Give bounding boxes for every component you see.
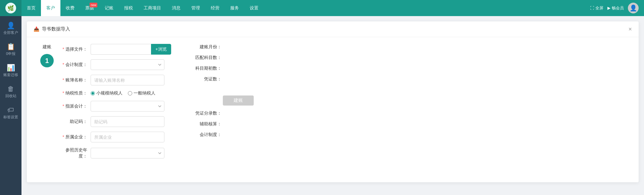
fullscreen-button[interactable]: ⛶ 全屏 — [590, 5, 603, 11]
sidebar-label-tag-settings: 标签设置 — [3, 115, 18, 120]
nav-item-services[interactable]: 服务 — [225, 0, 244, 16]
nav-item-invoices[interactable]: 票据new — [80, 0, 99, 16]
tax-type-group: 小规模纳税人 一般纳税人 — [91, 90, 155, 96]
general-taxpayer-radio[interactable] — [128, 91, 132, 95]
browse-button[interactable]: +浏览 — [151, 44, 171, 55]
video-icon: ▶ — [607, 6, 610, 10]
memo-code-input[interactable] — [91, 116, 164, 127]
declaration-icon: 📋 — [7, 43, 15, 50]
voucher-entries-label: 凭证分录数： — [191, 110, 221, 116]
reference-year-label: 参照历史年度： — [60, 147, 87, 159]
accounting-system-select[interactable] — [91, 59, 164, 70]
panel-header: 📥 导爷数据导入 × — [27, 21, 639, 37]
match-accounts-label: 匹配科目数： — [191, 55, 221, 61]
tax-type-row: 纳税性质： 小规模纳税人 一般纳税人 — [60, 90, 171, 96]
accounting-system-right-row: 会计制度： — [191, 132, 285, 138]
top-nav: 🌿 首页客户收费票据new记账报税工商项目消息管理经营服务设置 ⛶ 全屏 ▶ 畅… — [0, 0, 644, 16]
build-month-label: 建账月份： — [191, 44, 221, 50]
avatar[interactable]: 👤 — [628, 3, 639, 13]
nav-item-clients[interactable]: 客户 — [41, 0, 60, 16]
sidebar-item-all-clients[interactable]: 👤全部客户 — [0, 19, 21, 39]
logo: 🌿 — [0, 0, 21, 16]
import-panel: 📥 导爷数据导入 × 建账 1 选择文件： — [27, 21, 639, 182]
file-input[interactable] — [91, 44, 151, 55]
nav-item-tax[interactable]: 报税 — [119, 0, 138, 16]
ledger-name-input[interactable] — [91, 75, 164, 85]
sidebar-label-all-clients: 全部客户 — [3, 30, 18, 35]
step-label: 建账 — [43, 44, 51, 50]
file-label: 选择文件： — [60, 46, 87, 52]
member-label: 畅会员 — [612, 5, 624, 11]
all-clients-icon: 👤 — [7, 22, 15, 29]
file-field-row: 选择文件： +浏览 — [60, 44, 171, 55]
company-row: 所属企业： — [60, 132, 171, 142]
panel-title-text: 导爷数据导入 — [42, 26, 70, 32]
sidebar-label-recycle: 回收站 — [5, 93, 16, 99]
small-taxpayer-label: 小规模纳税人 — [96, 90, 122, 96]
step-circle: 1 — [40, 54, 54, 67]
sidebar-label-declaration: 0申报 — [6, 51, 15, 56]
nav-item-operations[interactable]: 经营 — [205, 0, 225, 16]
accounting-system-label: 会计制度： — [60, 62, 87, 68]
general-taxpayer-option[interactable]: 一般纳税人 — [128, 90, 155, 96]
logo-icon: 🌿 — [5, 3, 16, 13]
period-initial-row: 科目期初数： — [191, 65, 285, 71]
accounting-system-right-label: 会计制度： — [191, 132, 221, 138]
accountant-row: 指派会计： — [60, 101, 171, 112]
company-label: 所属企业： — [60, 134, 87, 140]
reference-year-select[interactable] — [91, 148, 164, 158]
file-input-group: +浏览 — [91, 44, 171, 55]
ledger-name-row: 账簿名称： — [60, 75, 171, 85]
memo-code-row: 助记码： — [60, 116, 171, 127]
build-button[interactable]: 建账 — [223, 95, 254, 106]
tax-type-label: 纳税性质： — [60, 90, 87, 96]
voucher-entries-row: 凭证分录数： — [191, 110, 285, 116]
accountant-label: 指派会计： — [60, 103, 87, 109]
sidebar-item-declaration[interactable]: 📋0申报 — [0, 40, 21, 60]
nav-item-home[interactable]: 首页 — [21, 0, 41, 16]
small-taxpayer-option[interactable]: 小规模纳税人 — [91, 90, 122, 96]
step-section: 建账 1 — [40, 44, 54, 67]
left-form: 选择文件： +浏览 会计制度： — [60, 44, 171, 159]
memo-code-label: 助记码： — [60, 119, 87, 125]
panel-title: 📥 导爷数据导入 — [34, 26, 70, 32]
general-taxpayer-label: 一般纳税人 — [134, 90, 155, 96]
nav-item-fees[interactable]: 收费 — [60, 0, 80, 16]
member-button[interactable]: ▶ 畅会员 — [607, 5, 624, 11]
period-initial-label: 科目期初数： — [191, 65, 221, 71]
nav-right: ⛶ 全屏 ▶ 畅会员 👤 — [590, 3, 644, 13]
sidebar-item-recycle[interactable]: 🗑回收站 — [0, 82, 21, 102]
nav-item-bookkeeping[interactable]: 记账 — [99, 0, 119, 16]
layout: 👤全部客户📋0申报📊账套迁移🗑回收站🏷标签设置 📥 导爷数据导入 × 建账 1 — [0, 16, 644, 195]
sidebar-item-tag-settings[interactable]: 🏷标签设置 — [0, 103, 21, 123]
nav-item-settings[interactable]: 设置 — [244, 0, 264, 16]
fullscreen-label: 全屏 — [595, 5, 603, 11]
recycle-icon: 🗑 — [7, 85, 14, 92]
main-content: 📥 导爷数据导入 × 建账 1 选择文件： — [21, 16, 644, 195]
fullscreen-icon: ⛶ — [590, 6, 594, 10]
build-month-row: 建账月份： — [191, 44, 285, 50]
aux-accounting-row: 辅助核算： — [191, 121, 285, 127]
import-icon: 📥 — [34, 26, 39, 32]
company-input[interactable] — [91, 132, 164, 142]
small-taxpayer-radio[interactable] — [91, 91, 95, 95]
sidebar-label-account-migration: 账套迁移 — [3, 72, 18, 77]
match-accounts-row: 匹配科目数： — [191, 55, 285, 61]
nav-item-management[interactable]: 管理 — [186, 0, 205, 16]
form-area: 建账 1 选择文件： +浏览 — [27, 37, 639, 166]
vouchers-row: 凭证数： — [191, 76, 285, 82]
reference-year-row: 参照历史年度： — [60, 147, 171, 159]
nav-item-messages[interactable]: 消息 — [166, 0, 186, 16]
ledger-name-label: 账簿名称： — [60, 77, 87, 83]
accounting-system-row: 会计制度： — [60, 59, 171, 70]
nav-item-business[interactable]: 工商项目 — [138, 0, 166, 16]
sidebar-item-account-migration[interactable]: 📊账套迁移 — [0, 61, 21, 81]
nav-items: 首页客户收费票据new记账报税工商项目消息管理经营服务设置 — [21, 0, 590, 16]
close-button[interactable]: × — [628, 26, 632, 32]
aux-accounting-label: 辅助核算： — [191, 121, 221, 127]
account-migration-icon: 📊 — [7, 64, 15, 71]
sidebar: 👤全部客户📋0申报📊账套迁移🗑回收站🏷标签设置 — [0, 16, 21, 195]
tag-settings-icon: 🏷 — [7, 107, 14, 113]
build-btn-container: 建账 — [191, 92, 285, 106]
accountant-select[interactable] — [91, 101, 164, 112]
